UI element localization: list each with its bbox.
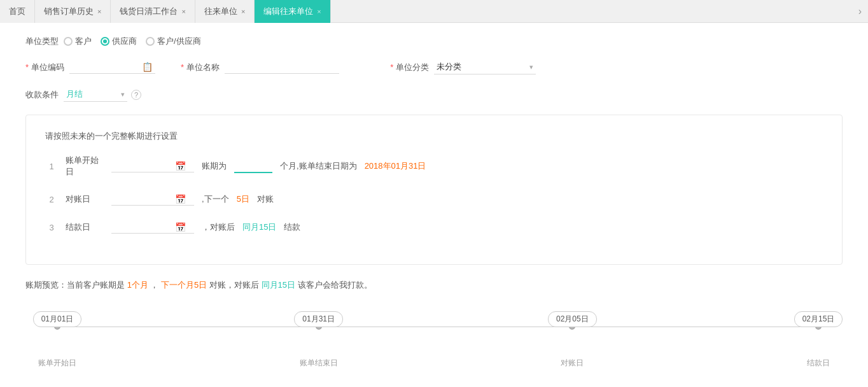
preview-comma1: ， [150, 280, 158, 290]
settings-card: 请按照未来的一个完整帐期进行设置 1 账单开始日 2018-01-01 📅 账期… [25, 115, 843, 265]
row-3-desc-suffix: 结款 [284, 222, 300, 233]
timeline-points: 01月01日 账单开始日 01月31日 账单结束日 02月05日 对账日 02月… [25, 311, 843, 369]
row-3-date-input[interactable]: 2018-02-15 [111, 221, 175, 233]
unit-code-input[interactable]: 000001 [69, 61, 139, 73]
row-2-calendar-icon[interactable]: 📅 [175, 194, 186, 204]
tab-home-label: 首页 [9, 6, 25, 17]
tab-home[interactable]: 首页 [0, 0, 35, 23]
row-2-desc-prefix: ,下一个 [202, 194, 229, 205]
timeline-point-0: 01月01日 账单开始日 [38, 311, 76, 369]
unit-name-star: * [181, 62, 184, 72]
tab-edit-partner[interactable]: 编辑往来单位 × [255, 0, 330, 23]
preview-part1: 1个月 [127, 280, 148, 290]
row-3-calendar-icon[interactable]: 📅 [175, 222, 186, 232]
preview-middle: 对账，对账后 [209, 280, 259, 290]
payment-condition-select[interactable]: 月结 ▾ [64, 87, 127, 102]
row-1-date-field: 2018-01-01 📅 [111, 160, 194, 172]
row-1-date-input[interactable]: 2018-01-01 [111, 160, 175, 172]
main-content: 单位类型 客户 供应商 客户/供应商 * 单位编码 [0, 23, 868, 387]
unit-info-row: * 单位编码 000001 📋 * 单位名称 河南供应商22 * 单位分类 未分… [25, 60, 843, 74]
unit-code-field: * 单位编码 000001 📋 [25, 61, 155, 74]
tab-more-button[interactable]: › [852, 6, 868, 17]
radio-supplier[interactable]: 供应商 [101, 36, 137, 47]
tab-partner[interactable]: 往来单位 × [195, 0, 255, 23]
unit-name-label: 单位名称 [186, 62, 220, 73]
timeline-badge-1: 01月31日 [294, 311, 343, 327]
unit-category-label: 单位分类 [396, 62, 429, 73]
preview-part2: 下一个月5日 [161, 280, 207, 290]
row-2-label: 对账日 [66, 194, 104, 205]
unit-category-star: * [390, 62, 393, 72]
row-2-desc-highlight: 5日 [237, 194, 249, 205]
timeline-desc-0: 账单开始日 [38, 358, 76, 369]
row-2-date-field: 2018-02-05 📅 [111, 193, 194, 206]
row-2-desc-suffix: 对账 [257, 194, 274, 205]
tab-partner-label: 往来单位 [204, 6, 237, 17]
timeline: 01月01日 账单开始日 01月31日 账单结束日 02月05日 对账日 02月… [25, 311, 843, 369]
row-1-label: 账单开始日 [66, 155, 104, 178]
radio-supplier-circle [101, 37, 109, 46]
unit-category-arrow-icon: ▾ [527, 63, 536, 71]
tab-cash-work-label: 钱货日清工作台 [120, 6, 178, 17]
setting-row-3: 3 结款日 2018-02-15 📅 ，对账后 同月15日 结款 [45, 221, 823, 234]
payment-condition-arrow-icon: ▾ [118, 90, 127, 99]
preview-part3: 同月15日 [262, 280, 295, 290]
tab-edit-partner-close[interactable]: × [317, 8, 321, 15]
tab-sales-history-close[interactable]: × [97, 8, 101, 15]
timeline-point-3: 02月15日 结款日 [807, 311, 830, 369]
unit-type-label: 单位类型 [25, 36, 59, 47]
unit-name-input[interactable]: 河南供应商22 [225, 61, 339, 74]
unit-code-doc-icon[interactable]: 📋 [139, 62, 155, 72]
row-1-calendar-icon[interactable]: 📅 [175, 161, 186, 171]
radio-customer-supplier-circle [146, 37, 155, 46]
tab-cash-work[interactable]: 钱货日清工作台 × [111, 0, 195, 23]
radio-customer-supplier[interactable]: 客户/供应商 [146, 36, 201, 47]
tab-edit-partner-label: 编辑往来单位 [263, 6, 313, 17]
timeline-desc-2: 对账日 [561, 358, 584, 369]
row-3-date-field: 2018-02-15 📅 [111, 221, 194, 234]
row-1-num: 1 [45, 162, 58, 171]
timeline-badge-3: 02月15日 [794, 311, 843, 327]
unit-code-label: 单位编码 [31, 62, 64, 73]
timeline-desc-1: 账单结束日 [300, 358, 338, 369]
payment-condition-field: 收款条件 月结 ▾ ? [25, 87, 141, 102]
preview-section: 账期预览：当前客户账期是 1个月 ， 下一个月5日 对账，对账后 同月15日 该… [25, 278, 843, 292]
row-2-date-input[interactable]: 2018-02-05 [111, 193, 175, 205]
setting-row-2: 2 对账日 2018-02-05 📅 ,下一个 5日 对账 [45, 193, 823, 206]
tab-sales-history[interactable]: 销售订单历史 × [35, 0, 111, 23]
row-3-label: 结款日 [66, 222, 104, 233]
setting-row-1: 1 账单开始日 2018-01-01 📅 账期为 1 个月,账单结束日期为 20… [45, 155, 823, 178]
unit-code-star: * [25, 62, 29, 72]
row-1-period-end: 2018年01月31日 [365, 160, 426, 172]
radio-customer-label: 客户 [75, 36, 92, 47]
timeline-badge-0: 01月01日 [33, 311, 82, 327]
payment-condition-value: 月结 [64, 87, 118, 101]
unit-category-select[interactable]: 未分类 ▾ [434, 60, 536, 74]
tab-sales-history-label: 销售订单历史 [44, 6, 94, 17]
timeline-line [51, 327, 817, 327]
radio-customer-circle [64, 37, 73, 46]
tab-cash-work-close[interactable]: × [181, 8, 185, 15]
preview-suffix: 该客户会给我打款。 [298, 280, 372, 290]
timeline-desc-3: 结款日 [807, 358, 830, 369]
tab-partner-close[interactable]: × [241, 8, 245, 15]
timeline-point-2: 02月05日 对账日 [561, 311, 584, 369]
radio-supplier-label: 供应商 [112, 36, 137, 47]
row-1-period-label: 账期为 [202, 160, 227, 172]
radio-customer[interactable]: 客户 [64, 36, 92, 47]
radio-customer-supplier-label: 客户/供应商 [157, 36, 201, 47]
unit-type-field: 单位类型 客户 供应商 客户/供应商 [25, 36, 201, 47]
unit-code-input-wrapper: 000001 📋 [69, 61, 155, 74]
card-instruction: 请按照未来的一个完整帐期进行设置 [45, 130, 823, 142]
row-3-num: 3 [45, 223, 58, 232]
payment-condition-help-icon[interactable]: ? [131, 90, 141, 100]
row-1-period-unit: 个月,账单结束日期为 [280, 160, 357, 172]
row-1-period-input[interactable]: 1 [234, 160, 272, 173]
row-3-desc-highlight: 同月15日 [242, 222, 276, 233]
timeline-point-1: 01月31日 账单结束日 [300, 311, 338, 369]
row-3-desc-prefix: ，对账后 [202, 222, 235, 233]
tab-bar: 首页 销售订单历史 × 钱货日清工作台 × 往来单位 × 编辑往来单位 × › [0, 0, 868, 23]
unit-name-field: * 单位名称 河南供应商22 [181, 61, 339, 74]
unit-category-field: * 单位分类 未分类 ▾ [390, 60, 536, 74]
payment-condition-label: 收款条件 [25, 89, 59, 101]
